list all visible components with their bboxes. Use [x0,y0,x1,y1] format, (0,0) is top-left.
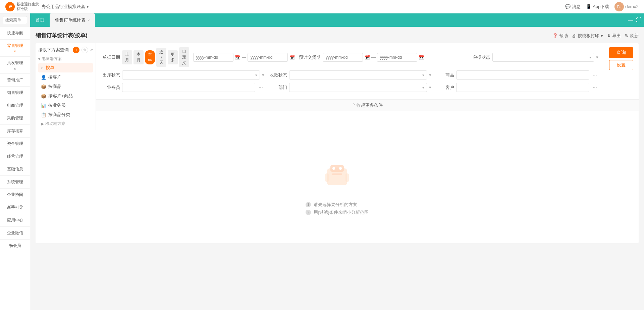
svg-point-3 [339,167,342,170]
sidebar-item-system[interactable]: 系统管理 [0,176,30,189]
sidebar-item-label: 电商管理 [7,103,23,108]
sidebar-item-operations[interactable]: 经营管理 [0,150,30,163]
date-last-month-btn[interactable]: 上月 [122,50,132,64]
goods-more-button[interactable]: ··· [591,72,598,78]
calendar-end-icon[interactable]: 📅 [289,55,295,60]
bill-status-select-wrapper [492,53,594,62]
form-row-2: 出库状态 ▾ 收 [101,70,598,80]
sidebar-item-ecommerce[interactable]: 电商管理 [0,99,30,112]
filter-item-by-customer[interactable]: 👤 按客户 [38,72,93,82]
ship-status-select-wrapper [122,70,260,80]
sidebar-item-purchase[interactable]: 采购管理 [0,112,30,125]
collapse-more-conditions-button[interactable]: ⌃ 收起更多条件 [96,99,639,111]
receipt-status-select[interactable] [289,70,427,80]
collapse-filter-button[interactable]: « [90,47,93,53]
sidebar-item-retail[interactable]: 零售管理 ▾ [0,40,30,57]
sidebar-item-label: 营销推广 [7,77,23,83]
bill-status-field: 单据状态 ▾ [472,53,598,62]
category-icon: 📋 [41,112,46,117]
chevron-right-icon: ▶ [41,121,44,126]
tab-maximize-button[interactable]: ⛶ [636,17,641,23]
empty-illustration [320,157,354,197]
filter-item-by-salesperson[interactable]: 📊 按业务员 [38,101,93,110]
query-button[interactable]: 查询 [609,47,633,58]
page-content: 销售订单统计表(按单) ❓ 帮助 🖨 按模板打印 ▾ ⬇ 导出 [30,27,644,310]
date-field: 单据日期 上月 本月 本年 近7天 更多 自定义 [101,47,295,67]
mobile-section-expand[interactable]: ▶ 移动端方案 [38,121,93,126]
message-button[interactable]: 💬 消息 [565,4,581,10]
cust-goods-icon: 📦 [41,94,46,99]
sidebar-item-label: 系统管理 [7,179,23,185]
sidebar-item-inventory[interactable]: 库存核算 [0,125,30,138]
app-download-button[interactable]: 📱 App下载 [586,4,609,10]
sidebar-item-wholesale[interactable]: 批发管理 ▴ [0,57,30,74]
settings-button[interactable]: 设置 [609,60,633,70]
add-scheme-button[interactable]: + [73,47,79,53]
expected-date-range: 📅 — 📅 [323,53,468,62]
date-start-input[interactable] [193,53,233,62]
sidebar-item-marketing[interactable]: 营销推广 [0,74,30,87]
sidebar-item-enterprise[interactable]: 企业协同 [0,189,30,201]
tab-close-button[interactable]: × [88,18,90,22]
expected-date-end-input[interactable] [377,53,417,62]
receipt-status-expand-icon: ▾ [429,72,431,78]
date-this-month-btn[interactable]: 本月 [133,50,144,64]
tab-home[interactable]: 首页 [30,13,50,27]
sidebar-item-quick-nav[interactable]: 快捷导航 [0,27,30,40]
logo-icon: 好 [5,2,15,11]
app-selector[interactable]: 办公用品行业模拟账套 ▾ [42,4,89,10]
receipt-status-field: 收款状态 ▾ [268,70,431,80]
sidebar-item-label: 企业微信 [7,230,23,236]
export-button[interactable]: ⬇ 导出 [607,33,621,39]
top-bar-left: 好 畅捷通好生意 标准版 办公用品行业模拟账套 ▾ [5,2,89,11]
bill-status-label: 单据状态 [472,54,490,60]
date-last-7-days-btn[interactable]: 近7天 [156,48,166,67]
date-end-input[interactable] [248,53,288,62]
help-button[interactable]: ❓ 帮助 [552,33,568,39]
date-custom-btn[interactable]: 自定义 [179,47,189,67]
bill-status-select[interactable] [492,53,594,62]
filter-item-by-cust-goods[interactable]: 📦 按客户+商品 [38,91,93,101]
salesperson-more-button[interactable]: ··· [257,85,264,91]
sidebar-item-wechat[interactable]: 企业微信 [0,227,30,240]
user-profile[interactable]: Ea demo2 [614,2,639,11]
sidebar-item-newbie[interactable]: 新手引导 [0,201,30,214]
form-actions: 查询 设置 [604,43,639,99]
calendar-start-icon[interactable]: 📅 [235,55,240,60]
date-more-btn[interactable]: 更多 [168,50,178,64]
dept-select[interactable] [289,83,427,92]
filter-item-by-order[interactable]: ○ 按单 [38,63,93,72]
svg-rect-5 [325,173,329,182]
salesperson-input[interactable] [122,83,255,92]
customer-more-button[interactable]: ··· [591,85,598,91]
sidebar-item-appstore[interactable]: 应用中心 [0,214,30,227]
svg-rect-6 [345,173,349,182]
search-input[interactable] [3,16,27,24]
ship-status-select[interactable] [122,70,260,80]
tab-sales-order-stats[interactable]: 销售订单统计表 × [50,13,95,27]
calendar-expected-end-icon[interactable]: 📅 [419,55,424,60]
filter-item-by-goods[interactable]: 📦 按商品 [38,82,93,91]
dept-label: 部门 [268,85,287,91]
sidebar-item-basic[interactable]: 基础信息 [0,163,30,176]
filter-item-by-category[interactable]: 📋 按商品分类 [38,110,93,119]
expected-date-start-input[interactable] [323,53,363,62]
main-layout: 快捷导航 零售管理 ▾ 批发管理 ▴ 营销推广 销售管理 电商管理 采购管理 库… [0,13,644,310]
sidebar-item-sales[interactable]: 销售管理 [0,87,30,99]
sidebar-item-label: 企业协同 [7,192,23,198]
tab-minimize-button[interactable]: — [628,17,633,23]
empty-state: 1 请先选择要分析的方案 2 用[过滤]条件来缩小分析范围 [36,130,639,243]
page-header: 销售订单统计表(按单) ❓ 帮助 🖨 按模板打印 ▾ ⬇ 导出 [36,32,639,39]
ship-status-expand-icon: ▾ [262,72,264,78]
print-button[interactable]: 🖨 按模板打印 ▾ [572,33,603,39]
sidebar-item-label: 基础信息 [7,166,23,172]
dept-select-wrapper [289,83,427,92]
edit-scheme-button[interactable]: ✎ [82,47,88,53]
customer-input[interactable] [456,83,589,92]
refresh-button[interactable]: ↻ 刷新 [625,33,639,39]
sidebar-item-member[interactable]: 畅会员 [0,240,30,252]
date-this-year-btn[interactable]: 本年 [145,50,155,64]
goods-input[interactable] [456,70,589,80]
sidebar-item-finance[interactable]: 资金管理 [0,138,30,150]
calendar-expected-start-icon[interactable]: 📅 [364,55,370,60]
